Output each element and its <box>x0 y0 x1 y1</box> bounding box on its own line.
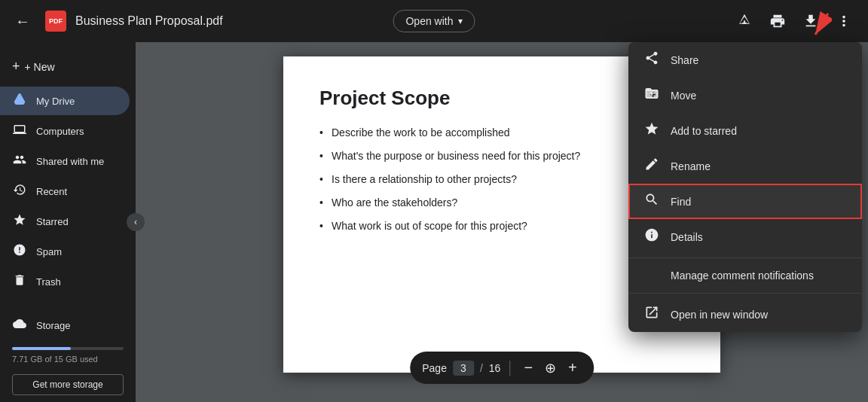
sidebar-item-label: My Drive <box>36 96 75 107</box>
menu-item-label: Open in new window <box>671 309 768 321</box>
menu-item-open-new-window[interactable]: Open in new window <box>628 297 862 332</box>
info-icon <box>643 227 660 246</box>
menu-item-label: Rename <box>671 160 711 172</box>
trash-icon <box>12 273 27 290</box>
storage-used-text: 7.71 GB of 15 GB used <box>12 355 124 364</box>
storage-bar-fill <box>12 347 71 350</box>
sidebar-item-label: Spam <box>36 246 62 257</box>
page-label: Page <box>422 362 447 374</box>
sidebar-item-my-drive[interactable]: My Drive <box>0 87 130 115</box>
page-toolbar: Page 3 / 16 − ⊕ + <box>410 352 594 384</box>
menu-divider <box>628 257 862 258</box>
storage-icon <box>12 317 27 333</box>
plus-icon: + <box>12 59 20 75</box>
storage-bar-bg <box>12 347 124 350</box>
print-button[interactable] <box>763 6 793 36</box>
starred-icon <box>12 213 27 230</box>
zoom-icon[interactable]: ⊕ <box>540 358 561 378</box>
menu-divider-2 <box>628 293 862 294</box>
menu-item-label: Find <box>671 196 691 208</box>
sidebar-item-label: Computers <box>36 126 84 137</box>
sidebar-item-computers[interactable]: Computers <box>0 117 130 145</box>
share-icon <box>643 50 660 69</box>
back-button[interactable]: ← <box>9 8 36 35</box>
menu-item-share[interactable]: Share <box>628 42 862 78</box>
sidebar-item-label: Storage <box>36 320 71 331</box>
rename-icon <box>643 157 660 175</box>
menu-item-label: Details <box>671 231 703 243</box>
menu-item-manage-notifications[interactable]: Manage comment notifications <box>628 261 862 290</box>
spam-icon <box>12 243 27 260</box>
chevron-down-icon: ▾ <box>458 16 463 26</box>
top-bar: ← PDF Business Plan Proposal.pdf Open wi… <box>0 0 868 42</box>
menu-item-add-starred[interactable]: Add to starred <box>628 113 862 148</box>
zoom-in-button[interactable]: + <box>564 358 582 378</box>
get-more-storage-button[interactable]: Get more storage <box>12 374 124 395</box>
sidebar-item-label: Trash <box>36 276 61 288</box>
page-total: 16 <box>489 362 501 374</box>
download-button[interactable] <box>796 6 826 36</box>
more-options-button[interactable] <box>829 6 859 36</box>
sidebar: + + New My Drive Computers Shared with m… <box>0 42 136 402</box>
star-icon <box>643 121 660 140</box>
sidebar-item-storage[interactable]: Storage <box>0 311 130 340</box>
sidebar-item-label: Shared with me <box>36 156 104 167</box>
top-bar-actions <box>729 6 859 36</box>
sidebar-item-label: Recent <box>36 186 67 197</box>
find-icon <box>643 192 660 211</box>
shared-icon <box>12 153 27 169</box>
sidebar-item-starred[interactable]: Starred <box>0 207 130 236</box>
computers-icon <box>12 123 27 139</box>
page-number-input[interactable]: 3 <box>453 361 474 376</box>
add-to-drive-button[interactable] <box>729 6 760 36</box>
menu-item-label: Add to starred <box>671 125 737 137</box>
new-button[interactable]: + + New <box>0 51 130 82</box>
page-separator: / <box>480 362 483 374</box>
pdf-icon: PDF <box>45 11 66 32</box>
open-new-window-icon <box>643 305 660 324</box>
menu-item-label: Move <box>671 90 696 102</box>
menu-item-label: Share <box>671 54 698 66</box>
page-divider <box>509 361 510 376</box>
move-icon <box>643 86 660 105</box>
drive-icon <box>12 93 27 109</box>
menu-item-details[interactable]: Details <box>628 219 862 254</box>
zoom-out-button[interactable]: − <box>519 358 537 378</box>
sidebar-collapse-button[interactable]: ‹ <box>127 213 145 231</box>
menu-item-rename[interactable]: Rename <box>628 148 862 184</box>
sidebar-item-label: Starred <box>36 216 69 227</box>
storage-bar: 7.71 GB of 15 GB used <box>0 341 136 370</box>
menu-item-move[interactable]: Move <box>628 78 862 113</box>
sidebar-item-trash[interactable]: Trash <box>0 267 130 296</box>
sidebar-item-recent[interactable]: Recent <box>0 177 130 206</box>
svg-rect-1 <box>744 20 745 24</box>
sidebar-item-spam[interactable]: Spam <box>0 237 130 266</box>
open-with-button[interactable]: Open with ▾ <box>393 10 475 32</box>
sidebar-item-shared[interactable]: Shared with me <box>0 147 130 175</box>
dropdown-menu: Share Move Add to starred Rename Find De… <box>628 42 862 332</box>
menu-item-find[interactable]: Find <box>628 184 862 219</box>
recent-icon <box>12 183 27 199</box>
